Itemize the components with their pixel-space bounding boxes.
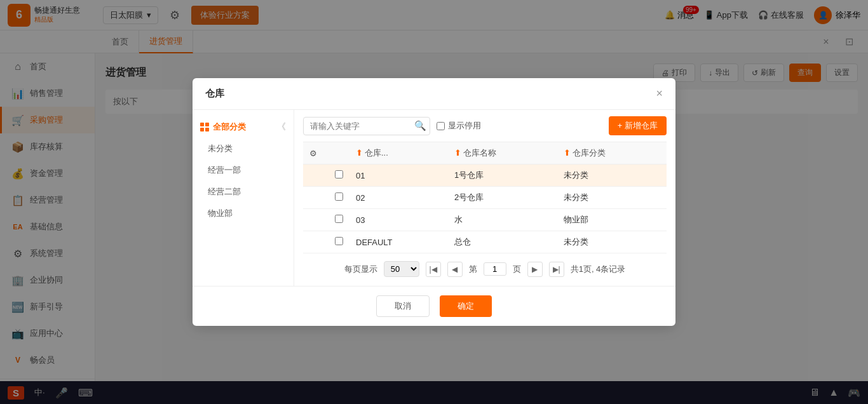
row-category: 未分类 — [557, 187, 667, 209]
prev-page-button[interactable]: ◀ — [447, 262, 463, 277]
per-page-label: 每页显示 — [344, 264, 377, 275]
category-item-property[interactable]: 物业部 — [193, 203, 294, 224]
row-category: 物业部 — [557, 209, 667, 231]
th-check — [329, 142, 349, 165]
row-gear — [303, 209, 329, 231]
row-code: 03 — [349, 209, 448, 231]
table-toolbar: 🔍 显示停用 + 新增仓库 — [303, 116, 667, 135]
add-warehouse-button[interactable]: + 新增仓库 — [609, 116, 667, 135]
all-categories-label: 全部分类 — [213, 121, 246, 133]
row-code: 01 — [349, 165, 448, 187]
th-category: ⬆仓库分类 — [557, 142, 667, 165]
category-item-ops1[interactable]: 经营一部 — [193, 159, 294, 181]
row-check[interactable] — [329, 231, 349, 253]
row-checkbox[interactable] — [335, 237, 343, 245]
search-button[interactable]: 🔍 — [414, 120, 426, 131]
show-disabled-checkbox[interactable] — [437, 122, 445, 130]
table-panel: 🔍 显示停用 + 新增仓库 ⚙ ⬆仓库 — [294, 110, 675, 286]
row-checkbox[interactable] — [335, 192, 343, 201]
category-item-ops2[interactable]: 经营二部 — [193, 181, 294, 203]
row-gear — [303, 165, 329, 187]
page-unit: 页 — [513, 264, 521, 275]
all-categories-header[interactable]: 全部分类 《 — [193, 116, 294, 138]
page-label: 第 — [469, 264, 477, 275]
first-page-button[interactable]: |◀ — [426, 262, 441, 277]
row-name: 1号仓库 — [448, 165, 557, 187]
row-code: DEFAULT — [349, 231, 448, 253]
category-grid-icon — [200, 123, 209, 131]
table-row[interactable]: 03 水 物业部 — [303, 209, 667, 231]
show-disabled-wrap: 显示停用 — [437, 120, 481, 131]
modal-footer: 取消 确定 — [193, 286, 675, 326]
modal-overlay: 仓库 × 全部分类 《 未分类 经营一部 经营二部 物业部 — [0, 0, 868, 404]
row-code: 02 — [349, 187, 448, 209]
table-row[interactable]: 01 1号仓库 未分类 — [303, 165, 667, 187]
table-row[interactable]: DEFAULT 总仓 未分类 — [303, 231, 667, 253]
row-category: 未分类 — [557, 231, 667, 253]
pagination-bar: 每页显示 50 100 200 |◀ ◀ 第 页 ▶ ▶| 共1页, 4条记录 — [303, 253, 667, 279]
category-item-unclassified[interactable]: 未分类 — [193, 138, 294, 159]
modal-title: 仓库 — [205, 88, 224, 100]
table-row[interactable]: 02 2号仓库 未分类 — [303, 187, 667, 209]
category-collapse-button[interactable]: 《 — [277, 121, 286, 133]
per-page-select[interactable]: 50 100 200 — [384, 261, 419, 277]
warehouse-modal: 仓库 × 全部分类 《 未分类 经营一部 经营二部 物业部 — [193, 78, 675, 326]
row-category: 未分类 — [557, 165, 667, 187]
modal-header: 仓库 × — [193, 78, 675, 110]
search-input-wrap: 🔍 — [303, 117, 430, 135]
page-number-input[interactable] — [484, 262, 506, 276]
th-name: ⬆仓库名称 — [448, 142, 557, 165]
row-name: 水 — [448, 209, 557, 231]
row-name: 总仓 — [448, 231, 557, 253]
th-code: ⬆仓库... — [349, 142, 448, 165]
modal-close-button[interactable]: × — [656, 87, 663, 100]
row-check[interactable] — [329, 165, 349, 187]
confirm-button[interactable]: 确定 — [440, 295, 492, 317]
row-check[interactable] — [329, 187, 349, 209]
row-checkbox[interactable] — [335, 170, 343, 178]
sort-icon-name: ⬆ — [454, 148, 461, 158]
table-header-row: ⚙ ⬆仓库... ⬆仓库名称 ⬆仓库分类 — [303, 142, 667, 165]
row-check[interactable] — [329, 209, 349, 231]
row-name: 2号仓库 — [448, 187, 557, 209]
total-info: 共1页, 4条记录 — [571, 264, 626, 275]
modal-body: 全部分类 《 未分类 经营一部 经营二部 物业部 🔍 — [193, 110, 675, 286]
row-gear — [303, 231, 329, 253]
sort-icon-category: ⬆ — [564, 148, 571, 158]
warehouse-table: ⚙ ⬆仓库... ⬆仓库名称 ⬆仓库分类 — [303, 142, 667, 253]
next-page-button[interactable]: ▶ — [527, 262, 543, 277]
last-page-button[interactable]: ▶| — [549, 262, 564, 277]
category-panel: 全部分类 《 未分类 经营一部 经营二部 物业部 — [193, 110, 294, 286]
search-input[interactable] — [303, 117, 430, 135]
show-disabled-label: 显示停用 — [448, 120, 481, 131]
sort-icon-code: ⬆ — [356, 148, 363, 158]
th-gear: ⚙ — [303, 142, 329, 165]
row-checkbox[interactable] — [335, 215, 343, 223]
row-gear — [303, 187, 329, 209]
cancel-button[interactable]: 取消 — [376, 295, 430, 317]
